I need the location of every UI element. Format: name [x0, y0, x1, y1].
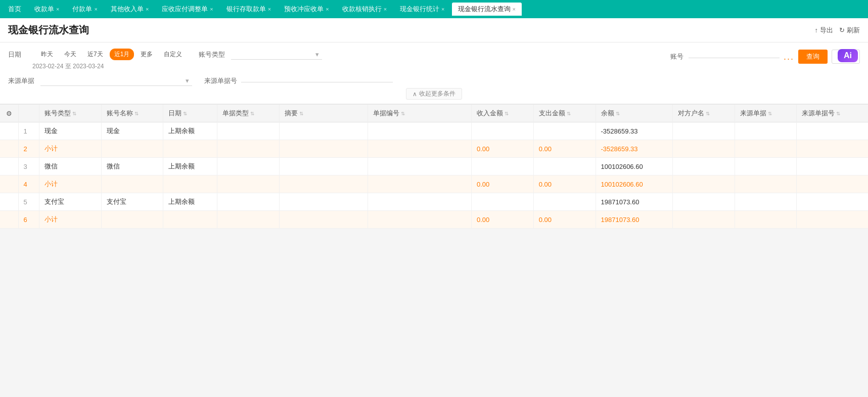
cell-account-type: 支付宝 — [39, 193, 101, 211]
th-summary[interactable]: 摘要⇅ — [279, 105, 368, 122]
cell-income: 0.00 — [471, 175, 533, 193]
nav-item-ar-ap-adjust[interactable]: 应收应付调整单 × — [156, 3, 219, 16]
date-filter-label: 日期 — [8, 50, 28, 59]
nav-close-cash-bank-flow[interactable]: × — [513, 6, 516, 12]
account-input[interactable] — [689, 56, 780, 58]
nav-close-cash-bank-stats[interactable]: × — [441, 6, 444, 12]
cell-account-type: 小计 — [39, 175, 101, 193]
cell-income — [471, 193, 533, 211]
account-type-chevron-icon: ▾ — [315, 51, 319, 58]
th-source-doc-no[interactable]: 来源单据号⇅ — [797, 105, 868, 122]
ai-badge[interactable]: Ai — [838, 49, 858, 62]
nav-item-bank-deposit[interactable]: 银行存取款单 × — [220, 3, 277, 16]
nav-item-cash-bank-flow[interactable]: 现金银行流水查询 × — [452, 3, 522, 16]
nav-item-home[interactable]: 首页 — [2, 3, 27, 16]
cell-gear — [0, 140, 18, 158]
cell-counterpart — [672, 193, 735, 211]
cell-date: 上期余额 — [163, 193, 217, 211]
nav-close-receipt[interactable]: × — [56, 6, 59, 12]
cell-counterpart — [672, 122, 735, 140]
refresh-button[interactable]: ↻ 刷新 — [839, 26, 860, 35]
cell-gear — [0, 158, 18, 175]
cell-balance: 19871073.60 — [596, 193, 672, 211]
source-doc-no-label: 来源单据号 — [204, 76, 237, 85]
cell-doc-type — [217, 122, 280, 140]
th-account-name[interactable]: 账号名称⇅ — [101, 105, 163, 122]
export-label: 导出 — [820, 26, 833, 35]
nav-close-bank-deposit[interactable]: × — [268, 6, 271, 12]
cell-date: 上期余额 — [163, 158, 217, 175]
nav-label-cash-bank-flow: 现金银行流水查询 — [458, 5, 511, 14]
cell-expense — [533, 158, 596, 175]
nav-close-ar-ap-adjust[interactable]: × — [210, 6, 213, 12]
nav-label-ar-ap-adjust: 应收应付调整单 — [162, 5, 208, 14]
th-gear[interactable]: ⚙ — [0, 105, 18, 122]
sort-arrows-income: ⇅ — [505, 111, 509, 116]
nav-close-prepayment[interactable]: × — [326, 6, 329, 12]
cell-date — [163, 140, 217, 158]
table-row: 1现金现金上期余额-3528659.33 — [0, 122, 868, 140]
cell-expense: 0.00 — [533, 140, 596, 158]
th-doc-type[interactable]: 单据类型⇅ — [217, 105, 280, 122]
cell-expense: 0.00 — [533, 175, 596, 193]
source-doc-select[interactable]: ▾ — [40, 76, 192, 86]
cell-index: 5 — [18, 193, 39, 211]
date-btn-7days[interactable]: 近7天 — [83, 49, 108, 60]
cell-expense — [533, 193, 596, 211]
source-doc-no-input[interactable] — [241, 80, 393, 82]
table-row: 6小计0.000.0019871073.60 — [0, 211, 868, 229]
collapse-button[interactable]: ∧ 收起更多条件 — [406, 88, 462, 100]
date-btn-more[interactable]: 更多 — [136, 49, 157, 60]
cell-doc-type — [217, 158, 280, 175]
query-button[interactable]: 查询 — [798, 50, 828, 64]
table-body: 1现金现金上期余额-3528659.332小计0.000.00-3528659.… — [0, 122, 868, 229]
cell-source-doc-no — [797, 122, 868, 140]
collapse-up-icon: ∧ — [413, 91, 417, 98]
table-header-row: ⚙ 账号类型⇅ 账号名称⇅ 日期⇅ 单据类型⇅ 摘要⇅ 单据编号 — [0, 105, 868, 122]
nav-label-prepayment: 预收冲应收单 — [284, 5, 324, 14]
refresh-icon: ↻ — [839, 26, 845, 34]
sort-arrows-source-doc: ⇅ — [768, 111, 772, 116]
date-btn-today[interactable]: 今天 — [60, 49, 81, 60]
nav-item-other-income[interactable]: 其他收入单 × — [105, 3, 155, 16]
top-nav: 首页 收款单 × 付款单 × 其他收入单 × 应收应付调整单 × 银行存取款单 … — [0, 0, 868, 18]
cell-account-name: 支付宝 — [101, 193, 163, 211]
nav-close-payment[interactable]: × — [94, 6, 97, 12]
account-type-select[interactable]: ▾ — [231, 50, 322, 60]
nav-label-cash-bank-stats: 现金银行统计 — [400, 5, 439, 14]
account-dots-button[interactable]: ... — [784, 52, 794, 62]
cell-gear — [0, 211, 18, 229]
date-btn-custom[interactable]: 自定义 — [159, 49, 187, 60]
nav-item-collection-exec[interactable]: 收款核销执行 × — [336, 3, 393, 16]
cell-counterpart — [672, 140, 735, 158]
nav-close-other-income[interactable]: × — [146, 6, 149, 12]
cell-counterpart — [672, 158, 735, 175]
th-income[interactable]: 收入金额⇅ — [471, 105, 533, 122]
th-date[interactable]: 日期⇅ — [163, 105, 217, 122]
cell-index: 1 — [18, 122, 39, 140]
cell-date: 上期余额 — [163, 122, 217, 140]
nav-item-receipt[interactable]: 收款单 × — [28, 3, 65, 16]
header-actions: ↑ 导出 ↻ 刷新 — [815, 26, 860, 35]
date-btn-1month[interactable]: 近1月 — [110, 49, 134, 60]
export-button[interactable]: ↑ 导出 — [815, 26, 834, 35]
page-title: 现金银行流水查询 — [8, 23, 89, 37]
nav-item-cash-bank-stats[interactable]: 现金银行统计 × — [394, 3, 450, 16]
nav-item-payment[interactable]: 付款单 × — [66, 3, 103, 16]
th-source-doc[interactable]: 来源单据⇅ — [735, 105, 797, 122]
nav-label-collection-exec: 收款核销执行 — [342, 5, 382, 14]
cell-doc-type — [217, 140, 280, 158]
cell-doc-no — [368, 193, 472, 211]
nav-item-prepayment[interactable]: 预收冲应收单 × — [278, 3, 335, 16]
th-doc-no[interactable]: 单据编号⇅ — [368, 105, 472, 122]
cell-summary — [279, 140, 368, 158]
data-table: ⚙ 账号类型⇅ 账号名称⇅ 日期⇅ 单据类型⇅ 摘要⇅ 单据编号 — [0, 105, 868, 229]
filter-area: 日期 昨天 今天 近7天 近1月 更多 自定义 2023-02-24 至 202… — [0, 42, 868, 104]
sort-arrows-doc-no: ⇅ — [401, 111, 405, 116]
date-btn-yesterday[interactable]: 昨天 — [36, 49, 58, 60]
nav-close-collection-exec[interactable]: × — [384, 6, 387, 12]
th-balance[interactable]: 余额⇅ — [596, 105, 672, 122]
th-expense[interactable]: 支出金额⇅ — [533, 105, 596, 122]
th-counterpart[interactable]: 对方户名⇅ — [672, 105, 735, 122]
th-account-type[interactable]: 账号类型⇅ — [39, 105, 101, 122]
